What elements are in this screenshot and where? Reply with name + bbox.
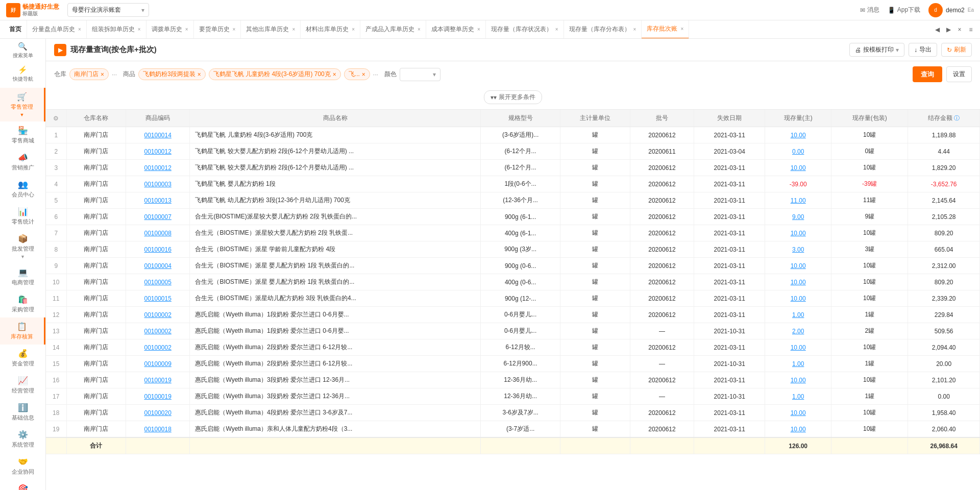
tab-diaobodanls[interactable]: 调拨单历史 × (146, 20, 194, 39)
remove-product3-icon[interactable]: × (362, 71, 365, 78)
row-num: 1 (46, 127, 66, 143)
th-settings[interactable]: ⚙ (46, 110, 66, 127)
row-qty[interactable]: 10.00 (765, 274, 831, 290)
tab-yaohuo[interactable]: 要货单历史 × (194, 20, 241, 39)
finance-icon: 💰 (18, 349, 28, 358)
row-qty[interactable]: 10.00 (765, 372, 831, 388)
close-icon[interactable]: × (78, 27, 81, 32)
tab-qitachuku[interactable]: 其他出库单历史 × (241, 20, 301, 39)
app-download-button[interactable]: 📱 App下载 (888, 6, 920, 14)
close-icon[interactable]: × (352, 27, 355, 32)
sidebar-item-guide[interactable]: 🎯 新手引导 (0, 480, 45, 490)
tab-xiancunlkufb[interactable]: 现存量（库存分布表）× (564, 20, 642, 39)
close-icon[interactable]: × (185, 27, 188, 32)
settings-button[interactable]: 设置 (946, 66, 972, 82)
product-tag-1[interactable]: 飞鹤奶粉3段两提装 × (138, 68, 206, 80)
sidebar-item-member[interactable]: 👥 会员中心 (0, 176, 45, 203)
sidebar-item-operations[interactable]: 📈 经营管理 (0, 372, 45, 399)
remove-warehouse-icon[interactable]: × (101, 71, 104, 78)
export-button[interactable]: ↓ 导出 (909, 43, 937, 57)
tab-chengbentiaoz[interactable]: 成本调整单历史 × (426, 20, 486, 39)
sidebar-item-finance[interactable]: 💰 资金管理 (0, 345, 45, 372)
sidebar-item-enterprise[interactable]: 🤝 企业协同 (0, 453, 45, 480)
row-qty[interactable]: 2.00 (765, 323, 831, 339)
download-icon: 📱 (888, 7, 895, 14)
row-qty[interactable]: 1.00 (765, 307, 831, 323)
product-tag-3[interactable]: 飞... × (344, 68, 370, 80)
warehouse-tag[interactable]: 南岸门店 × (69, 68, 109, 80)
row-pkg: -39罐 (831, 176, 908, 192)
row-qty[interactable]: 10.00 (765, 225, 831, 241)
refresh-button[interactable]: ↻ 刷新 (941, 43, 972, 57)
print-button[interactable]: 🖨 按模板打印 ▾ (849, 43, 904, 57)
tab-home[interactable]: 首页 (4, 20, 27, 39)
sidebar-item-purchase[interactable]: 🛍️ 采购管理 (0, 290, 45, 317)
row-qty[interactable]: 0.00 (765, 143, 831, 160)
sidebar-item-retail-stats[interactable]: 📊 零售统计 (0, 203, 45, 230)
nav-menu-icon[interactable]: ≡ (966, 24, 976, 35)
sidebar-item-retail-store[interactable]: 🏪 零售商城 (0, 121, 45, 149)
tab-kucunpici[interactable]: 库存批次账 × (642, 20, 689, 39)
sidebar-quick-nav[interactable]: ⚡ 快捷导航 (0, 62, 45, 86)
close-icon[interactable]: × (233, 27, 236, 32)
message-button[interactable]: ✉ 消息 (860, 6, 879, 14)
row-spec: 12-36月幼... (481, 372, 560, 388)
info-icon[interactable]: ⓘ (954, 115, 960, 121)
row-qty[interactable]: 10.00 (765, 127, 831, 143)
query-button[interactable]: 查询 (913, 66, 942, 82)
nav-close-icon[interactable]: × (954, 24, 965, 35)
expand-filter-button[interactable]: ▶ (54, 44, 66, 56)
close-icon[interactable]: × (138, 27, 141, 32)
sidebar-item-retail-mgmt[interactable]: 🛒 零售管理 ▼ (0, 88, 45, 121)
store-selector[interactable]: 母婴行业演示账套 ▾ (67, 3, 149, 17)
sidebar-search[interactable]: 🔍 搜索英单 (0, 39, 45, 62)
row-pkg: 10罐 (831, 372, 908, 388)
close-icon[interactable]: × (477, 27, 480, 32)
row-spec: (3-6岁适用)... (481, 127, 560, 143)
tab-xiancunlkuzt[interactable]: 现存量（库存状况表）× (486, 20, 564, 39)
tab-fenliangpandian[interactable]: 分量盘点单历史 × (27, 20, 87, 39)
close-icon[interactable]: × (680, 26, 683, 32)
tab-zuzhangchaijian[interactable]: 组装拆卸单历史 × (87, 20, 146, 39)
color-input[interactable]: ▾ (400, 68, 440, 81)
row-qty[interactable]: 10.00 (765, 258, 831, 274)
row-qty[interactable]: 10.00 (765, 421, 831, 438)
row-warehouse: 南岸门店 (66, 209, 126, 225)
nav-right-arrow[interactable]: ▶ (943, 24, 953, 35)
row-name: 飞鹤星飞帆 儿童奶粉 4段(3-6岁适用) 700克 (190, 127, 481, 143)
row-num: 15 (46, 356, 66, 372)
sidebar-item-basic-info[interactable]: ℹ️ 基础信息 (0, 399, 45, 426)
settings-icon[interactable]: ⚙ (53, 115, 59, 122)
filter-area: 仓库 南岸门店 × ··· 商品 飞鹤奶粉3段两提装 × 飞鹤星飞帆 儿童 (46, 61, 980, 110)
row-qty[interactable]: 10.00 (765, 405, 831, 421)
row-qty[interactable]: 10.00 (765, 160, 831, 176)
close-icon[interactable]: × (633, 27, 636, 32)
row-qty[interactable]: 3.00 (765, 241, 831, 258)
sidebar-item-marketing[interactable]: 📣 营销推广 (0, 149, 45, 176)
row-qty[interactable]: 1.00 (765, 356, 831, 372)
product-tag-2[interactable]: 飞鹤星飞帆 儿童奶粉 4段(3-6岁适用) 700克 × (209, 68, 341, 80)
tab-cailiao[interactable]: 材料出库单历史 × (301, 20, 360, 39)
close-icon[interactable]: × (555, 27, 558, 32)
warehouse-more[interactable]: ··· (112, 71, 117, 78)
remove-product2-icon[interactable]: × (333, 71, 336, 78)
sidebar-item-wholesale[interactable]: 📦 批发管理 ▼ (0, 230, 45, 263)
row-qty[interactable]: 10.00 (765, 290, 831, 307)
tab-chanchengpin[interactable]: 产成品入库单历史 × (360, 20, 426, 39)
row-batch: 20200612 (630, 209, 694, 225)
remove-product1-icon[interactable]: × (198, 71, 201, 78)
row-qty[interactable]: 9.00 (765, 209, 831, 225)
expand-conditions-button[interactable]: ▾▾ 展开更多条件 (484, 90, 542, 104)
row-pkg: 11罐 (831, 192, 908, 209)
row-qty[interactable]: 11.00 (765, 192, 831, 209)
close-icon[interactable]: × (418, 27, 421, 32)
row-qty[interactable]: 10.00 (765, 339, 831, 356)
sidebar-item-inventory[interactable]: 📋 库存核算 (0, 317, 45, 345)
close-icon[interactable]: × (292, 27, 295, 32)
row-qty[interactable]: 1.00 (765, 388, 831, 405)
user-menu[interactable]: d demo2 Ea (928, 3, 974, 17)
sidebar-item-system[interactable]: ⚙️ 系统管理 (0, 426, 45, 453)
product-more[interactable]: ··· (373, 71, 378, 78)
sidebar-item-ecommerce[interactable]: 💻 电商管理 (0, 263, 45, 290)
nav-left-arrow[interactable]: ◀ (932, 24, 942, 35)
